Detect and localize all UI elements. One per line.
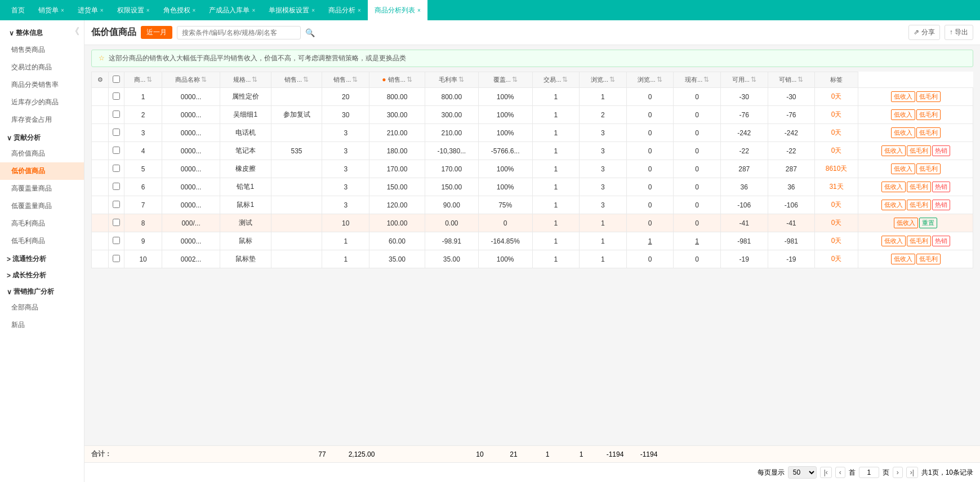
cell-days: 0天 [815, 106, 858, 124]
sidebar-item-all-products[interactable]: 全部商品 [0, 299, 84, 316]
cell-settings [92, 160, 109, 178]
cell-stock1: -30 [720, 88, 768, 106]
cell-check[interactable] [109, 142, 124, 160]
sidebar-item-traded[interactable]: 交易过的商品 [0, 59, 84, 76]
cell-num: 10 [124, 250, 162, 268]
cell-settings [92, 106, 109, 124]
close-icon[interactable]: × [311, 7, 315, 14]
nav-product-analysis-list[interactable]: 商品分析列表 × [368, 0, 427, 20]
nav-home[interactable]: 首页 [5, 0, 32, 20]
sidebar-item-category-sales[interactable]: 商品分类销售率 [0, 76, 84, 94]
browse-link2[interactable]: 1 [695, 237, 699, 245]
cell-check[interactable] [109, 250, 124, 268]
row-checkbox[interactable] [113, 219, 120, 226]
close-icon[interactable]: × [146, 7, 150, 14]
page-size-select[interactable]: 50 100 200 [788, 466, 817, 479]
row-checkbox[interactable] [113, 92, 120, 100]
nav-template-settings[interactable]: 单据模板设置 × [262, 0, 322, 20]
page-number-input[interactable] [859, 467, 879, 478]
sidebar-item-sales-products[interactable]: 销售类商品 [0, 41, 84, 59]
nav-sales-order[interactable]: 销货单 × [32, 0, 71, 20]
close-icon[interactable]: × [193, 7, 196, 14]
sidebar-item-high-margin[interactable]: 高毛利商品 [0, 215, 84, 232]
export-button[interactable]: ↑ 导出 [945, 25, 973, 40]
col-browse2: 浏览...⇅ [626, 72, 674, 88]
cell-margin: 100% [478, 106, 532, 124]
sidebar-item-low-margin[interactable]: 低毛利商品 [0, 232, 84, 250]
tag-badge: 热销 [932, 182, 950, 192]
cell-check[interactable] [109, 232, 124, 250]
page-size-label: 每页显示 [758, 468, 785, 477]
cell-settings [92, 142, 109, 160]
share-button[interactable]: ⇗ 分享 [908, 25, 939, 40]
first-page-btn[interactable]: |‹ [820, 467, 832, 478]
cell-browse1: 0 [626, 250, 674, 268]
cell-cover: 1 [532, 232, 580, 250]
date-filter-button[interactable]: 近一月 [141, 26, 172, 39]
check-all-checkbox[interactable] [113, 76, 120, 83]
sidebar-section-liquidity[interactable]: > 流通性分析 [0, 250, 84, 266]
cell-check[interactable] [109, 196, 124, 214]
row-checkbox[interactable] [113, 129, 120, 136]
search-input[interactable] [177, 26, 301, 39]
nav-product-analysis[interactable]: 商品分析 × [322, 0, 368, 20]
close-icon[interactable]: × [417, 7, 421, 14]
sidebar-item-high-value[interactable]: 高价值商品 [0, 145, 84, 162]
sidebar-item-new-products[interactable]: 新品 [0, 316, 84, 334]
cell-check[interactable] [109, 88, 124, 106]
browse-link[interactable]: 1 [648, 237, 652, 245]
table-container[interactable]: ⚙ 商...⇅ 商品名称⇅ 规格...⇅ 销售...⇅ 销售...⇅ ● 销售.… [91, 72, 973, 445]
cell-stock2: -76 [768, 106, 815, 124]
next-page-btn[interactable]: › [893, 467, 903, 478]
cell-margin: 100% [478, 178, 532, 196]
cell-spec [271, 178, 322, 196]
sidebar-item-low-stock[interactable]: 近库存少的商品 [0, 94, 84, 111]
table-row: 4 0000... 笔记本 535 3 180.00 -10,380... -5… [92, 142, 973, 160]
row-checkbox[interactable] [113, 165, 120, 172]
close-icon[interactable]: × [358, 7, 361, 14]
cell-num: 7 [124, 196, 162, 214]
row-checkbox[interactable] [113, 147, 120, 154]
col-check-all[interactable] [109, 72, 124, 88]
cell-stock2: -106 [768, 196, 815, 214]
tag-badge: 低收入 [881, 145, 906, 156]
row-checkbox[interactable] [113, 183, 120, 190]
tag-badge: 低收入 [891, 254, 915, 264]
cell-num: 1 [124, 88, 162, 106]
sidebar-collapse-btn[interactable]: 《 [68, 25, 82, 39]
cell-sale1: 1 [322, 250, 369, 268]
col-settings[interactable]: ⚙ [92, 72, 109, 88]
cell-check[interactable] [109, 214, 124, 232]
sidebar-section-growth[interactable]: > 成长性分析 [0, 266, 84, 282]
cell-check[interactable] [109, 160, 124, 178]
cell-check[interactable] [109, 124, 124, 142]
row-checkbox[interactable] [113, 255, 120, 262]
last-page-btn[interactable]: ›| [906, 467, 918, 478]
sidebar-item-low-value[interactable]: 低价值商品 [0, 162, 84, 180]
nav-purchase-order[interactable]: 进货单 × [71, 0, 110, 20]
nav-product-storage[interactable]: 产成品入库单 × [202, 0, 262, 20]
search-icon[interactable]: 🔍 [305, 28, 315, 37]
cell-check[interactable] [109, 178, 124, 196]
cell-browse2: 0 [674, 250, 721, 268]
nav-permissions[interactable]: 权限设置 × [110, 0, 157, 20]
table-row: 6 0000... 铅笔1 3 150.00 150.00 100% 1 3 0… [92, 178, 973, 196]
cell-trade: 2 [580, 106, 627, 124]
prev-page-btn[interactable]: ‹ [835, 467, 845, 478]
cell-check[interactable] [109, 106, 124, 124]
sidebar-item-high-coverage[interactable]: 高覆盖量商品 [0, 180, 84, 197]
row-checkbox[interactable] [113, 201, 120, 208]
cell-settings [92, 250, 109, 268]
close-icon[interactable]: × [61, 7, 64, 14]
cell-trade: 3 [580, 142, 627, 160]
tag-badge: 低收入 [891, 109, 915, 120]
row-checkbox[interactable] [113, 110, 120, 118]
cell-num: 6 [124, 178, 162, 196]
close-icon[interactable]: × [100, 7, 104, 14]
cell-trade: 1 [580, 88, 627, 106]
row-checkbox[interactable] [113, 237, 120, 244]
sidebar-item-stock-capital[interactable]: 库存资金占用 [0, 111, 84, 129]
close-icon[interactable]: × [252, 7, 255, 14]
sidebar-item-low-coverage[interactable]: 低覆盖量商品 [0, 197, 84, 215]
nav-role-auth[interactable]: 角色授权 × [157, 0, 203, 20]
